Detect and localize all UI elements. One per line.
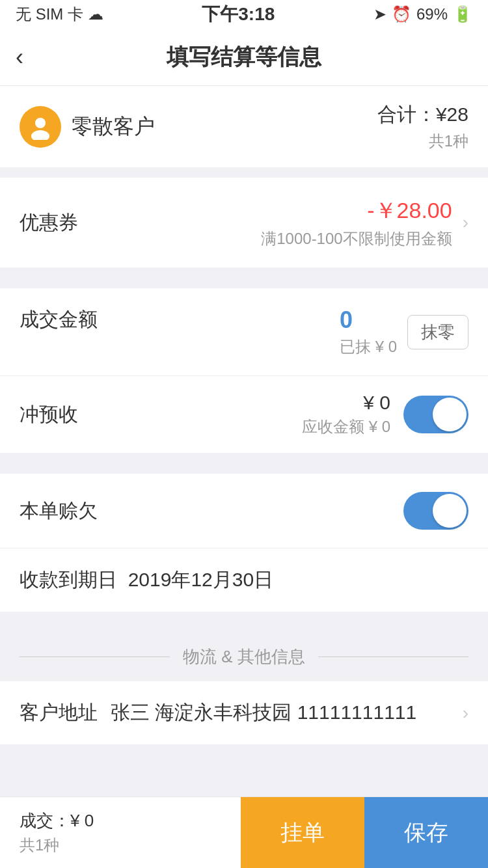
coupon-chevron-icon: › [463,212,468,233]
save-button[interactable]: 保存 [364,797,488,869]
sim-status: 无 SIM 卡 ☁ [16,4,103,25]
address-value: 张三 海淀永丰科技园 11111111111 [111,699,463,726]
address-chevron-icon: › [463,703,468,724]
pending-button[interactable]: 挂单 [241,797,364,869]
coupon-row[interactable]: 优惠券 -￥28.00 满1000-100不限制使用金额 › [0,178,488,267]
total-amount: 合计：¥28 [377,102,468,128]
customer-right: 合计：¥28 共1种 [377,102,468,152]
customer-left: 零散客户 [20,106,155,148]
separator-1 [0,278,488,288]
logistics-line-left [20,657,170,657]
bottom-bar: 成交：¥ 0 共1种 挂单 保存 [0,796,488,868]
precollect-toggle[interactable] [403,396,468,433]
precollect-amounts: ¥ 0 应收金额 ¥ 0 [302,392,390,437]
transaction-section: 成交金额 0 已抹 ¥ 0 抹零 冲预收 ¥ 0 应收金额 ¥ 0 [0,288,488,453]
transaction-label: 成交金额 [20,306,98,333]
bottom-info: 成交：¥ 0 共1种 [0,809,241,856]
bottom-count: 共1种 [20,835,221,856]
coupon-sub: 满1000-100不限制使用金额 [261,228,452,249]
debt-toggle-circle [433,494,467,528]
page-title: 填写结算等信息 [167,42,321,72]
bottom-deal: 成交：¥ 0 [20,809,221,832]
transaction-right: 0 已抹 ¥ 0 抹零 [340,306,468,357]
coupon-amount: -￥28.00 [261,196,452,226]
debt-row: 本单赊欠 [0,474,488,548]
precollect-label: 冲预收 [20,401,78,428]
coupon-label: 优惠券 [20,210,78,236]
coupon-right: -￥28.00 满1000-100不限制使用金额 › [261,196,468,249]
debt-toggle[interactable] [403,492,468,530]
status-left: 无 SIM 卡 ☁ [16,4,103,25]
separator-2 [0,463,488,474]
customer-name: 零散客户 [72,113,155,141]
status-right: ➤ ⏰ 69% 🔋 [373,5,472,23]
transaction-row: 成交金额 0 已抹 ¥ 0 抹零 [0,288,488,376]
toggle-circle [433,398,467,431]
transaction-value-wrap: 0 已抹 ¥ 0 [340,306,397,357]
battery-level: 69% [416,5,448,23]
debt-section: 本单赊欠 收款到期日 2019年12月30日 [0,474,488,612]
total-count: 共1种 [377,131,468,152]
separator-3 [0,622,488,632]
back-button[interactable]: ‹ [16,44,23,71]
nav-bar: ‹ 填写结算等信息 [0,29,488,86]
precollect-main: ¥ 0 [302,392,390,414]
address-label: 客户地址 [20,699,98,726]
battery-icon: 🔋 [453,5,472,23]
svg-point-1 [31,130,49,140]
status-bar: 无 SIM 卡 ☁ 下午3:18 ➤ ⏰ 69% 🔋 [0,0,488,29]
duedate-label: 收款到期日 2019年12月30日 [20,569,273,590]
precollect-sub: 应收金额 ¥ 0 [302,416,390,437]
location-icon: ➤ [373,5,386,23]
logistics-line-right [318,657,468,657]
debt-label: 本单赊欠 [20,498,98,524]
address-section: 客户地址 张三 海淀永丰科技园 11111111111 › [0,681,488,744]
customer-row: 零散客户 合计：¥28 共1种 [0,86,488,167]
precollect-row: 冲预收 ¥ 0 应收金额 ¥ 0 [0,376,488,453]
svg-point-0 [35,118,46,128]
customer-section: 零散客户 合计：¥28 共1种 [0,86,488,167]
logistics-text: 物流 & 其他信息 [170,645,318,668]
status-time: 下午3:18 [202,2,275,27]
logistics-header: 物流 & 其他信息 [0,632,488,681]
avatar [20,106,61,148]
transaction-value[interactable]: 0 [340,306,397,334]
alarm-icon: ⏰ [392,5,411,23]
coupon-section: 优惠券 -￥28.00 满1000-100不限制使用金额 › [0,178,488,267]
address-row[interactable]: 客户地址 张三 海淀永丰科技园 11111111111 › [0,681,488,744]
coupon-value: -￥28.00 满1000-100不限制使用金额 [261,196,452,249]
transaction-sub: 已抹 ¥ 0 [340,336,397,357]
round-button[interactable]: 抹零 [407,315,468,349]
precollect-right: ¥ 0 应收金额 ¥ 0 [302,392,468,437]
duedate-row: 收款到期日 2019年12月30日 [0,548,488,612]
